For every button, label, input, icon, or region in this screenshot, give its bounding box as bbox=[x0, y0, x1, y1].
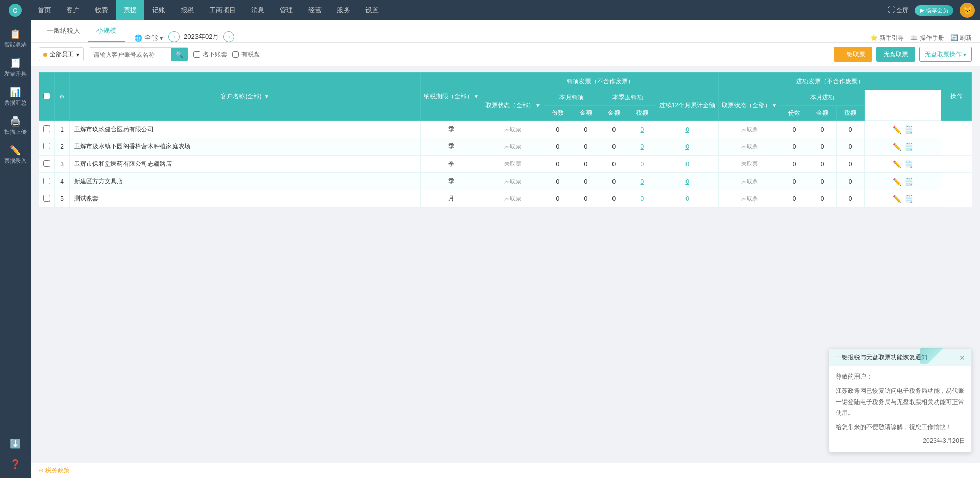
th-income-status: 取票状态（全部）▼ bbox=[719, 90, 780, 121]
tax-policy-link[interactable]: ⊙ 税务政策 bbox=[39, 466, 70, 475]
invoice-table: ⚙ 客户名称(全部) ▼ 纳税期限（全部）▼ 销项发票（不含作废票） 进项发票（… bbox=[39, 72, 972, 208]
no-disk-fetch-btn[interactable]: 无盘取票 bbox=[876, 47, 915, 62]
row-checkbox[interactable] bbox=[43, 178, 50, 184]
sidebar-item-scan[interactable]: 🖨️ 扫描上传 bbox=[1, 113, 30, 140]
notification-body: 尊敬的用户： 江苏政务网已恢复访问电子税务局功能，易代账一键登陆电子税务局与无盘… bbox=[829, 366, 971, 452]
sales-quarter-tax-link[interactable]: 0 bbox=[641, 143, 644, 150]
sidebar-help[interactable]: ❓ bbox=[1, 456, 30, 473]
row-checkbox[interactable] bbox=[43, 160, 50, 167]
vip-button[interactable]: ▶ 畅享会员 bbox=[915, 5, 953, 16]
filter-own-accounts[interactable]: 名下账套 bbox=[193, 50, 227, 59]
customer-filter-icon[interactable]: ▼ bbox=[264, 94, 270, 99]
period-next-btn[interactable]: › bbox=[223, 31, 234, 42]
nav-invoice[interactable]: 票据 bbox=[116, 0, 144, 20]
notification-panel: 一键报税与无盘取票功能恢复通知 ✕ 尊敬的用户： 江苏政务网已恢复访问电子税务局… bbox=[829, 348, 972, 452]
nav-tax[interactable]: 报税 bbox=[174, 0, 201, 20]
new-guide-btn[interactable]: ⭐ 新手引导 bbox=[870, 34, 904, 42]
tab-all-dropdown[interactable]: 🌐 全能 ▾ bbox=[129, 33, 168, 42]
annual-link[interactable]: 0 bbox=[685, 195, 689, 203]
annual-link[interactable]: 0 bbox=[685, 126, 689, 133]
edit-icon[interactable]: ✏️ bbox=[893, 125, 901, 134]
app-logo[interactable]: C bbox=[5, 0, 26, 20]
row-income-month-tax: 0 bbox=[837, 121, 865, 138]
select-all-checkbox[interactable] bbox=[43, 93, 50, 99]
th-sales-group: 销项发票（不含作废票） bbox=[482, 73, 718, 90]
row-income-month-amount: 0 bbox=[808, 156, 837, 173]
nav-management[interactable]: 管理 bbox=[273, 0, 300, 20]
sidebar-item-smart-invoice[interactable]: 📋 智能取票 bbox=[1, 26, 30, 53]
th-checkbox bbox=[39, 73, 55, 121]
edit-icon[interactable]: ✏️ bbox=[893, 178, 901, 186]
view-icon[interactable]: 🗒️ bbox=[904, 143, 913, 151]
tax-disk-checkbox[interactable] bbox=[232, 51, 239, 58]
row-index: 3 bbox=[55, 156, 70, 173]
sidebar-item-entry[interactable]: ✏️ 票据录入 bbox=[1, 142, 30, 169]
view-icon[interactable]: 🗒️ bbox=[904, 160, 913, 168]
no-disk-ops-btn[interactable]: 无盘取票操作 ▾ bbox=[919, 47, 972, 62]
th-settings: ⚙ bbox=[55, 73, 70, 121]
nav-home[interactable]: 首页 bbox=[31, 0, 58, 20]
view-icon[interactable]: 🗒️ bbox=[904, 178, 913, 186]
user-avatar[interactable]: 🐱 bbox=[960, 3, 975, 18]
annual-link[interactable]: 0 bbox=[685, 143, 689, 150]
nav-customer[interactable]: 客户 bbox=[59, 0, 87, 20]
annual-link[interactable]: 0 bbox=[685, 178, 689, 185]
help-icon: ❓ bbox=[10, 460, 21, 469]
one-click-fetch-btn[interactable]: 一键取票 bbox=[834, 47, 872, 62]
row-checkbox[interactable] bbox=[43, 143, 50, 149]
row-customer-name: 卫辉市玖玖健合医药有限公司 bbox=[70, 121, 421, 138]
period-display: 2023年02月 bbox=[184, 32, 219, 41]
manual-btn[interactable]: 📖 操作手册 bbox=[910, 34, 944, 42]
nav-business[interactable]: 工商项目 bbox=[202, 0, 243, 20]
nav-service[interactable]: 服务 bbox=[330, 0, 357, 20]
bottom-bar[interactable]: ⊙ 税务政策 bbox=[31, 463, 980, 478]
issue-invoice-icon: 🧾 bbox=[10, 59, 21, 68]
view-icon[interactable]: 🗒️ bbox=[904, 125, 913, 134]
period-filter-icon[interactable]: ▼ bbox=[474, 94, 479, 99]
sidebar-item-summary[interactable]: 📊 票据汇总 bbox=[1, 84, 30, 111]
row-income-month-count: 0 bbox=[780, 173, 808, 190]
th-sales-month-amount: 金额 bbox=[572, 106, 600, 121]
period-navigation: ‹ 2023年02月 › bbox=[168, 31, 234, 42]
tab-small-scale[interactable]: 小规模 bbox=[88, 20, 125, 42]
row-income-status: 未取票 bbox=[719, 190, 780, 208]
nav-settings[interactable]: 设置 bbox=[358, 0, 386, 20]
row-checkbox-cell bbox=[39, 121, 55, 138]
nav-message[interactable]: 消息 bbox=[244, 0, 272, 20]
employee-filter[interactable]: 全部员工 ▾ bbox=[39, 47, 84, 61]
row-checkbox[interactable] bbox=[43, 195, 50, 202]
sales-quarter-tax-link[interactable]: 0 bbox=[641, 178, 644, 185]
period-prev-btn[interactable]: ‹ bbox=[168, 31, 180, 42]
sales-quarter-tax-link[interactable]: 0 bbox=[641, 195, 644, 203]
row-actions: ✏️ 🗒️ bbox=[865, 173, 941, 190]
row-checkbox[interactable] bbox=[43, 125, 50, 132]
income-status-filter[interactable]: ▼ bbox=[772, 103, 777, 108]
view-icon[interactable]: 🗒️ bbox=[904, 195, 913, 203]
sales-quarter-tax-link[interactable]: 0 bbox=[641, 161, 644, 168]
edit-icon[interactable]: ✏️ bbox=[893, 195, 901, 203]
search-button[interactable]: 🔍 bbox=[171, 48, 188, 61]
fullscreen-btn[interactable]: ⛶ 全屏 bbox=[888, 6, 909, 15]
th-month-sales: 本月销项 bbox=[544, 90, 600, 106]
own-accounts-checkbox[interactable] bbox=[193, 51, 200, 58]
refresh-btn[interactable]: 🔄 刷新 bbox=[950, 34, 972, 42]
notification-date: 2023年3月20日 bbox=[836, 436, 965, 447]
edit-icon[interactable]: ✏️ bbox=[893, 160, 901, 168]
globe-icon: 🌐 bbox=[134, 34, 142, 42]
filter-has-tax-disk[interactable]: 有税盘 bbox=[232, 50, 260, 59]
sales-status-filter[interactable]: ▼ bbox=[535, 103, 541, 108]
search-input[interactable] bbox=[89, 48, 171, 61]
sales-quarter-tax-link[interactable]: 0 bbox=[641, 126, 644, 133]
settings-icon[interactable]: ⚙ bbox=[59, 93, 65, 100]
tab-general-taxpayer[interactable]: 一般纳税人 bbox=[39, 20, 88, 42]
nav-fee[interactable]: 收费 bbox=[88, 0, 115, 20]
nav-bookkeeping[interactable]: 记账 bbox=[145, 0, 173, 20]
sidebar-item-issue-invoice[interactable]: 🧾 发票开具 bbox=[1, 55, 30, 82]
nav-operation[interactable]: 经营 bbox=[301, 0, 329, 20]
edit-icon[interactable]: ✏️ bbox=[893, 143, 901, 151]
annual-link[interactable]: 0 bbox=[685, 161, 689, 168]
sidebar-download[interactable]: ⬇️ bbox=[1, 435, 30, 452]
row-sales-quarter-tax: 0 bbox=[628, 138, 656, 156]
notification-close-btn[interactable]: ✕ bbox=[959, 354, 965, 362]
th-sales-quarter-tax: 税额 bbox=[628, 106, 656, 121]
